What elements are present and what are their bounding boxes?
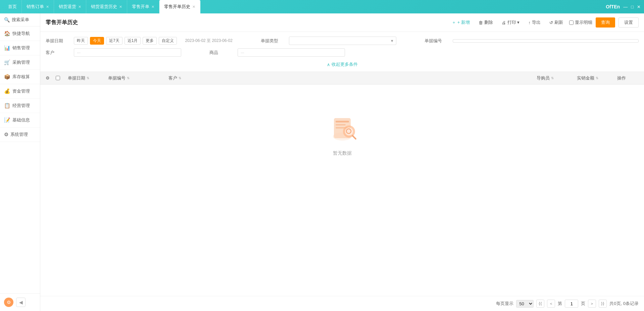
clipboard-icon: 📋 [4,103,10,109]
tab-retail-open[interactable]: 零售开单 ✕ [127,0,159,13]
th-amount[interactable]: 实销金额 ⇅ [574,75,614,81]
export-button[interactable]: ↑ 导出 [526,18,544,27]
close-tab-sales-return[interactable]: ✕ [78,5,81,9]
th-customer[interactable]: 客户 ⇅ [166,75,534,81]
close-tab-retail-open-history[interactable]: ✕ [192,5,195,9]
table-header: ⚙ 单据日期 ⇅ 单据编号 ⇅ 客户 ⇅ 导购员 [40,72,644,85]
toolbar: ＋ + 新增 🗑 删除 🖨 打印 ▾ ↑ 导出 ↺ 刷新 [449,17,639,28]
svg-rect-3 [336,124,346,125]
box-icon: 📦 [4,74,10,80]
th-date[interactable]: 单据日期 ⇅ [65,75,105,81]
svg-rect-2 [336,121,349,122]
content-area: 零售开单历史 ＋ + 新增 🗑 删除 🖨 打印 ▾ ↑ 导出 [40,13,644,311]
tab-sales-order[interactable]: 销售订单 ✕ [22,0,54,13]
trash-icon: 🗑 [479,20,483,25]
table-settings-icon[interactable]: ⚙ [46,75,50,81]
sort-guide-icon: ⇅ [551,76,554,80]
sidebar-item-basic-info[interactable]: 📝 基础信息 [0,113,40,127]
empty-text: 暂无数据 [333,150,352,156]
th-settings[interactable]: ⚙ [43,75,53,81]
page-header: 零售开单历史 ＋ + 新增 🗑 删除 🖨 打印 ▾ ↑ 导出 [40,13,644,32]
query-button[interactable]: 查询 [596,17,615,28]
sidebar-search[interactable]: 🔍 搜索采单 [0,13,40,27]
money-icon: 💰 [4,88,10,94]
th-checkbox[interactable] [53,76,65,80]
chevron-down-icon: ▾ [391,38,393,43]
window-minimize[interactable]: — [623,4,628,9]
tab-retail-open-history[interactable]: 零售开单历史 ✕ [159,0,200,13]
per-page-select[interactable]: 50 100 200 [516,300,534,308]
close-tab-retail-open[interactable]: ✕ [151,5,154,9]
number-input[interactable] [453,39,639,43]
print-icon: 🖨 [502,20,506,25]
top-bar-right: OfTEn — □ ✕ [606,4,641,9]
sidebar-footer: ⚙ ◀ [0,293,40,311]
tab-sales-return[interactable]: 销货退货 ✕ [54,0,86,13]
filter-area: 单据日期 昨天 今天 近7天 近1月 更多 自定义 2023-06-02 至 2… [40,32,644,72]
delete-button[interactable]: 🗑 删除 [476,18,496,27]
select-all-checkbox[interactable] [56,76,60,80]
sidebar-item-system-mgmt[interactable]: ⚙ 系统管理 [0,127,40,142]
page-title: 零售开单历史 [46,19,78,26]
goods-input[interactable]: ··· [238,48,345,57]
pagination: 每页显示 50 100 200 ⟨⟨ ＜ 第 页 ＞ ⟩⟩ 共0页, 0条记录 [40,296,644,311]
settings-button[interactable]: 设置 [618,17,639,28]
sort-number-icon: ⇅ [127,76,130,80]
close-tab-sales-order[interactable]: ✕ [46,5,49,9]
main-layout: 🔍 搜索采单 🏠 快捷导航 📊 销售管理 🛒 采购管理 📦 库存核算 💰 资金管… [0,13,644,311]
sidebar-item-operations[interactable]: 📋 经营管理 [0,99,40,113]
gear-nav-icon: ⚙ [4,132,8,138]
sidebar-item-purchase-mgmt[interactable]: 🛒 采购管理 [0,55,40,70]
collapse-filter-button[interactable]: ∧ 收起更多条件 [46,60,639,69]
page-number-input[interactable] [565,300,578,308]
sidebar-item-quick-nav[interactable]: 🏠 快捷导航 [0,27,40,41]
svg-line-7 [352,136,356,139]
print-button[interactable]: 🖨 打印 ▾ [499,18,523,27]
window-maximize[interactable]: □ [631,4,634,9]
per-page-label: 每页显示 [496,301,513,307]
sidebar-item-sales-mgmt[interactable]: 📊 销售管理 [0,41,40,55]
chevron-up-icon: ∧ [327,62,330,67]
type-select[interactable]: ▾ [289,37,396,45]
sidebar-item-inventory[interactable]: 📦 库存核算 [0,70,40,84]
date-buttons: 昨天 今天 近7天 近1月 更多 自定义 [74,37,177,45]
tab-sales-return-history[interactable]: 销货退货历史 ✕ [86,0,127,13]
plus-icon: ＋ [452,19,456,25]
customer-input[interactable]: ··· [74,48,181,57]
customer-dots: ··· [77,50,81,55]
date-btn-more[interactable]: 更多 [143,37,157,45]
page-last-button[interactable]: ⟩⟩ [599,300,607,308]
add-button[interactable]: ＋ + 新增 [449,18,473,27]
page-next-button[interactable]: ＞ [588,300,596,308]
date-range-display: 2023-06-02 至 2023-06-02 [185,38,232,44]
th-action: 操作 [614,75,641,81]
date-btn-custom[interactable]: 自定义 [159,37,177,45]
search-icon: 🔍 [4,17,10,22]
sidebar-item-finance[interactable]: 💰 资金管理 [0,84,40,99]
home-icon: 🏠 [4,31,10,37]
type-filter-label: 单据类型 [261,38,281,44]
th-guide[interactable]: 导购员 ⇅ [534,75,574,81]
th-number[interactable]: 单据编号 ⇅ [105,75,166,81]
export-icon: ↑ [529,20,531,25]
window-close[interactable]: ✕ [637,4,641,9]
cart-icon: 🛒 [4,59,10,65]
date-btn-1month[interactable]: 近1月 [125,37,141,45]
detail-checkbox-input[interactable] [569,20,574,25]
settings-gear-button[interactable]: ⚙ [4,298,13,307]
tab-home[interactable]: 首页 [3,0,22,13]
date-btn-yesterday[interactable]: 昨天 [74,37,88,45]
refresh-button[interactable]: ↺ 刷新 [547,18,566,27]
date-btn-today[interactable]: 今天 [90,37,104,45]
sidebar-collapse-button[interactable]: ◀ [16,298,26,307]
page-prev-button[interactable]: ＜ [547,300,555,308]
chart-icon: 📊 [4,45,10,51]
goods-filter-label: 商品 [209,50,230,56]
close-tab-sales-return-history[interactable]: ✕ [119,5,122,9]
customer-filter-label: 客户 [46,50,66,56]
date-btn-7days[interactable]: 近7天 [106,37,122,45]
filter-row-2: 客户 ··· 商品 ··· [46,48,639,57]
sort-amount-icon: ⇅ [596,76,598,80]
display-detail-checkbox[interactable]: 显示明细 [569,19,592,25]
page-first-button[interactable]: ⟨⟨ [536,300,544,308]
